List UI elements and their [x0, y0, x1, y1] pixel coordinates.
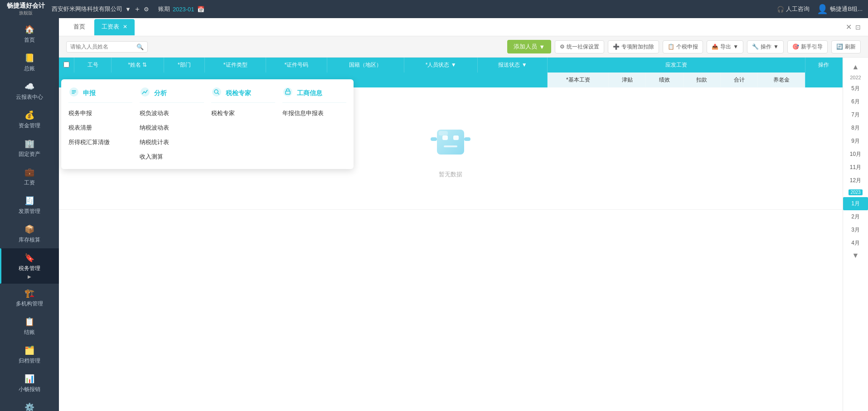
- month-2022-11[interactable]: 11月: [843, 161, 868, 174]
- tax-expert-item[interactable]: 税检专家: [211, 108, 275, 118]
- sidebar-item-invoice[interactable]: 🧾 发票管理: [0, 191, 59, 220]
- th-checkbox[interactable]: [59, 58, 74, 73]
- operate-btn[interactable]: 🔧 操作 ▼: [747, 40, 784, 53]
- sidebar-label-report: 小畅报销: [19, 386, 40, 393]
- fenxi-title: 分析: [154, 89, 167, 97]
- month-2023-2[interactable]: 2月: [843, 210, 868, 223]
- gongshang-title: 工商信息: [297, 89, 322, 97]
- tab-salary-close[interactable]: ✕: [123, 24, 127, 30]
- shuijian-items: 税检专家: [211, 108, 275, 118]
- sort-icon[interactable]: ⇅: [142, 62, 147, 68]
- settings-icon: ⚙️: [24, 402, 34, 411]
- select-all-checkbox[interactable]: [63, 62, 69, 68]
- special-deduct-btn[interactable]: ➕ 专项附加扣除: [608, 40, 659, 53]
- sidebar-item-home[interactable]: 🏠 首页: [0, 20, 59, 48]
- month-2022-9[interactable]: 9月: [843, 135, 868, 148]
- sidebar-label-invoice: 发票管理: [19, 208, 40, 215]
- month-2023-1[interactable]: 1月: [843, 197, 868, 210]
- sidebar-item-fixed[interactable]: 🏢 固定资产: [0, 134, 59, 163]
- month-2022-5[interactable]: 5月: [843, 82, 868, 95]
- company-selector[interactable]: 西安虾米网络科技有限公司 ▼ ＋ ⚙: [52, 5, 149, 14]
- income-forecast-item[interactable]: 收入测算: [140, 152, 204, 162]
- th-performance: 绩效: [646, 73, 683, 87]
- month-2022-6[interactable]: 6月: [843, 95, 868, 108]
- sidebar-item-tax[interactable]: 🔖 税务管理 ▶: [0, 248, 59, 284]
- year-badge-2023: 2023: [849, 189, 862, 195]
- period-value: 2023-01: [173, 6, 194, 13]
- window-close-btn[interactable]: ✕: [846, 23, 852, 31]
- add-employee-btn[interactable]: 添加人员 ▼: [507, 40, 551, 53]
- tax-report-item[interactable]: 税务申报: [68, 108, 132, 118]
- month-2023-3[interactable]: 3月: [843, 223, 868, 237]
- app-logo: 畅捷通好会计 旗舰版: [5, 2, 46, 16]
- sidebar-item-archive[interactable]: 🗂️ 归档管理: [0, 341, 59, 369]
- service-btn[interactable]: 🎧 人工咨询: [777, 5, 810, 13]
- svg-point-9: [212, 87, 221, 97]
- date-nav-up[interactable]: ▲: [850, 61, 861, 73]
- company-dropdown-icon[interactable]: ▼: [125, 6, 131, 13]
- svg-rect-4: [439, 131, 448, 135]
- add-company-btn[interactable]: ＋: [134, 5, 141, 14]
- tax-table-item[interactable]: 税表清册: [68, 123, 132, 133]
- status-filter-icon[interactable]: ▼: [451, 62, 456, 68]
- sidebar-label-fund: 资金管理: [19, 122, 40, 130]
- salary-icon: 💼: [24, 167, 34, 177]
- date-nav-down[interactable]: ▼: [850, 250, 861, 261]
- cloud-icon: ☁️: [24, 82, 34, 92]
- social-security-btn[interactable]: ⚙ 统一社保设置: [555, 40, 604, 53]
- search-input[interactable]: [70, 44, 134, 50]
- annual-report-item[interactable]: 年报信息申报表: [282, 108, 346, 118]
- sidebar-item-multi[interactable]: 🏗️ 多机构管理: [0, 284, 59, 312]
- tax-statistics-item[interactable]: 纳税统计表: [140, 137, 204, 147]
- archive-icon: 🗂️: [24, 345, 34, 355]
- top-bar: 畅捷通好会计 旗舰版 西安虾米网络科技有限公司 ▼ ＋ ⚙ 账期 2023-01…: [0, 0, 868, 18]
- tab-salary[interactable]: 工资表 ✕: [94, 19, 135, 35]
- fixed-icon: 🏢: [24, 139, 34, 149]
- report-filter-icon[interactable]: ▼: [522, 62, 527, 68]
- period-selector: 账期 2023-01 📅: [158, 5, 204, 13]
- tax-fluctuation-item[interactable]: 税负波动表: [140, 108, 204, 118]
- window-restore-btn[interactable]: ⊡: [855, 24, 861, 31]
- refresh-btn[interactable]: 🔄 刷新: [831, 40, 861, 53]
- sidebar-item-settings[interactable]: ⚙️ 基础设置: [0, 398, 59, 411]
- th-status: *人员状态 ▼: [404, 58, 478, 73]
- tab-home[interactable]: 首页: [66, 19, 92, 35]
- dropdown-col-header-shuijian: 税检专家: [211, 87, 275, 103]
- sidebar-item-ledger[interactable]: 📒 总账: [0, 48, 59, 77]
- user-info[interactable]: 👤 畅捷通B组...: [817, 4, 863, 15]
- month-2022-12[interactable]: 12月: [843, 174, 868, 187]
- sidebar-item-cloud[interactable]: ☁️ 云报表中心: [0, 77, 59, 106]
- tax-fluctuation2-item[interactable]: 纳税波动表: [140, 123, 204, 133]
- sidebar-label-multi: 多机构管理: [16, 300, 43, 308]
- dropdown-col-shenbao: 申报 税务申报 税表清册 所得税汇算清缴: [68, 87, 132, 162]
- sidebar-label-tax: 税务管理: [19, 265, 40, 272]
- export-btn[interactable]: 📤 导出 ▼: [707, 40, 743, 53]
- th-pension: 养老金: [758, 73, 805, 87]
- sidebar-item-salary[interactable]: 💼 工资: [0, 163, 59, 191]
- month-2022-7[interactable]: 7月: [843, 108, 868, 121]
- export-label: 导出: [720, 43, 731, 51]
- search-box[interactable]: 🔍: [66, 41, 148, 53]
- sidebar-item-report[interactable]: 📊 小畅报销: [0, 369, 59, 398]
- month-2022-8[interactable]: 8月: [843, 121, 868, 135]
- period-label: 账期: [158, 5, 170, 13]
- svg-rect-6: [464, 137, 470, 141]
- guide-btn[interactable]: 🎯 新手引导: [787, 40, 828, 53]
- invoice-icon: 🧾: [24, 196, 34, 206]
- fenxi-col-icon: [140, 87, 150, 100]
- sidebar: 🏠 首页 📒 总账 ☁️ 云报表中心 💰 资金管理 🏢 固定资产 💼 工资 🧾 …: [0, 18, 59, 411]
- sidebar-item-close-period[interactable]: 📋 结账: [0, 312, 59, 341]
- sidebar-arrow-icon: ▶: [28, 274, 31, 279]
- tab-salary-label: 工资表: [102, 23, 119, 31]
- company-settings-icon[interactable]: ⚙: [144, 6, 149, 13]
- income-tax-clear-item[interactable]: 所得税汇算清缴: [68, 137, 132, 147]
- sidebar-item-fund[interactable]: 💰 资金管理: [0, 106, 59, 134]
- export-icon: 📤: [712, 44, 718, 50]
- logo-main: 畅捷通好会计: [7, 2, 45, 10]
- month-2022-10[interactable]: 10月: [843, 148, 868, 161]
- th-base-salary: *基本工资: [548, 73, 609, 87]
- sidebar-item-inventory[interactable]: 📦 库存核算: [0, 220, 59, 248]
- tax-return-btn[interactable]: 📋 个税申报: [663, 40, 703, 53]
- calendar-icon[interactable]: 📅: [197, 6, 204, 13]
- month-2023-4[interactable]: 4月: [843, 237, 868, 250]
